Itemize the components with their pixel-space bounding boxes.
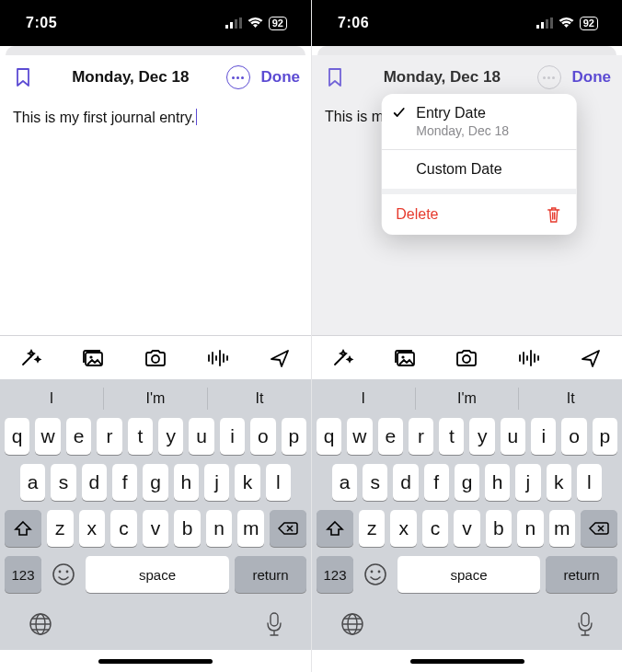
- shift-key[interactable]: [5, 510, 41, 547]
- entry-text-area[interactable]: This is my first journal entry.: [0, 99, 311, 335]
- bookmark-icon[interactable]: [11, 65, 35, 89]
- key[interactable]: e: [66, 418, 91, 455]
- more-button[interactable]: [226, 65, 250, 89]
- emoji-key[interactable]: [47, 556, 80, 593]
- key[interactable]: p: [593, 418, 617, 455]
- sheet-background: [6, 46, 305, 55]
- key[interactable]: n: [517, 510, 543, 547]
- key[interactable]: j: [515, 464, 540, 501]
- key[interactable]: a: [20, 464, 45, 501]
- numbers-key[interactable]: 123: [5, 556, 41, 593]
- camera-icon[interactable]: [446, 338, 487, 378]
- audio-wave-icon[interactable]: [509, 338, 549, 378]
- location-arrow-icon[interactable]: [259, 338, 300, 378]
- return-key[interactable]: return: [235, 556, 306, 593]
- delete-key[interactable]: [581, 510, 617, 547]
- key[interactable]: e: [378, 418, 403, 455]
- key[interactable]: s: [51, 464, 75, 501]
- key[interactable]: r: [409, 418, 433, 455]
- svg-rect-13: [536, 25, 539, 29]
- key[interactable]: r: [97, 418, 121, 455]
- photo-gallery-icon[interactable]: [73, 338, 113, 378]
- space-key[interactable]: space: [397, 556, 540, 593]
- key[interactable]: h: [174, 464, 199, 501]
- mic-icon[interactable]: [265, 611, 283, 641]
- key[interactable]: u: [189, 418, 213, 455]
- bookmark-icon[interactable]: [323, 65, 347, 89]
- key[interactable]: l: [266, 464, 291, 501]
- home-indicator[interactable]: [312, 650, 622, 672]
- globe-icon[interactable]: [340, 611, 365, 641]
- suggestion[interactable]: It: [519, 390, 622, 407]
- key[interactable]: u: [501, 418, 525, 455]
- key[interactable]: o: [561, 418, 586, 455]
- menu-entry-date[interactable]: Entry Date Monday, Dec 18: [381, 94, 576, 149]
- key[interactable]: x: [79, 510, 106, 547]
- key[interactable]: c: [110, 510, 137, 547]
- globe-icon[interactable]: [28, 611, 53, 641]
- key[interactable]: z: [359, 510, 385, 547]
- delete-key[interactable]: [270, 510, 306, 547]
- shift-key[interactable]: [317, 510, 353, 547]
- key[interactable]: s: [363, 464, 387, 501]
- key[interactable]: w: [347, 418, 372, 455]
- suggestion[interactable]: It: [208, 390, 311, 407]
- key[interactable]: z: [47, 510, 74, 547]
- photo-gallery-icon[interactable]: [385, 338, 425, 378]
- key[interactable]: f: [424, 464, 449, 501]
- suggestion[interactable]: I: [312, 390, 415, 407]
- key[interactable]: y: [158, 418, 183, 455]
- key[interactable]: o: [250, 418, 275, 455]
- key[interactable]: q: [5, 418, 29, 455]
- audio-wave-icon[interactable]: [198, 338, 238, 378]
- key[interactable]: b: [486, 510, 512, 547]
- menu-delete[interactable]: Delete: [381, 194, 576, 235]
- key[interactable]: m: [237, 510, 264, 547]
- done-button[interactable]: Done: [567, 68, 612, 87]
- suggestion[interactable]: I'm: [104, 390, 207, 407]
- key[interactable]: a: [332, 464, 357, 501]
- done-button[interactable]: Done: [256, 68, 301, 87]
- key[interactable]: k: [235, 464, 259, 501]
- location-arrow-icon[interactable]: [570, 338, 611, 378]
- key[interactable]: g: [455, 464, 479, 501]
- home-indicator[interactable]: [0, 650, 311, 672]
- key[interactable]: p: [282, 418, 306, 455]
- key[interactable]: g: [143, 464, 167, 501]
- return-key[interactable]: return: [546, 556, 617, 593]
- mic-icon[interactable]: [576, 611, 594, 641]
- key[interactable]: l: [577, 464, 602, 501]
- battery-indicator: 92: [580, 17, 598, 30]
- suggestion[interactable]: I: [0, 390, 103, 407]
- magic-wand-icon[interactable]: [11, 338, 52, 378]
- camera-icon[interactable]: [135, 338, 176, 378]
- more-button[interactable]: [537, 65, 561, 89]
- key[interactable]: d: [82, 464, 107, 501]
- key[interactable]: n: [206, 510, 233, 547]
- menu-custom-date[interactable]: Custom Date: [381, 150, 576, 189]
- key[interactable]: k: [547, 464, 571, 501]
- key[interactable]: x: [390, 510, 416, 547]
- space-key[interactable]: space: [86, 556, 229, 593]
- numbers-key[interactable]: 123: [317, 556, 353, 593]
- magic-wand-icon[interactable]: [323, 338, 363, 378]
- key[interactable]: i: [531, 418, 556, 455]
- key[interactable]: h: [485, 464, 510, 501]
- key[interactable]: w: [35, 418, 60, 455]
- key[interactable]: v: [143, 510, 169, 547]
- key[interactable]: t: [128, 418, 153, 455]
- key[interactable]: d: [393, 464, 418, 501]
- key[interactable]: b: [174, 510, 201, 547]
- suggestion[interactable]: I'm: [416, 390, 519, 407]
- key[interactable]: j: [204, 464, 229, 501]
- key[interactable]: i: [220, 418, 245, 455]
- key[interactable]: t: [439, 418, 464, 455]
- key[interactable]: q: [317, 418, 341, 455]
- svg-rect-2: [235, 19, 237, 29]
- key[interactable]: c: [422, 510, 448, 547]
- emoji-key[interactable]: [359, 556, 392, 593]
- key[interactable]: m: [549, 510, 575, 547]
- key[interactable]: f: [112, 464, 137, 501]
- key[interactable]: v: [454, 510, 479, 547]
- key[interactable]: y: [469, 418, 494, 455]
